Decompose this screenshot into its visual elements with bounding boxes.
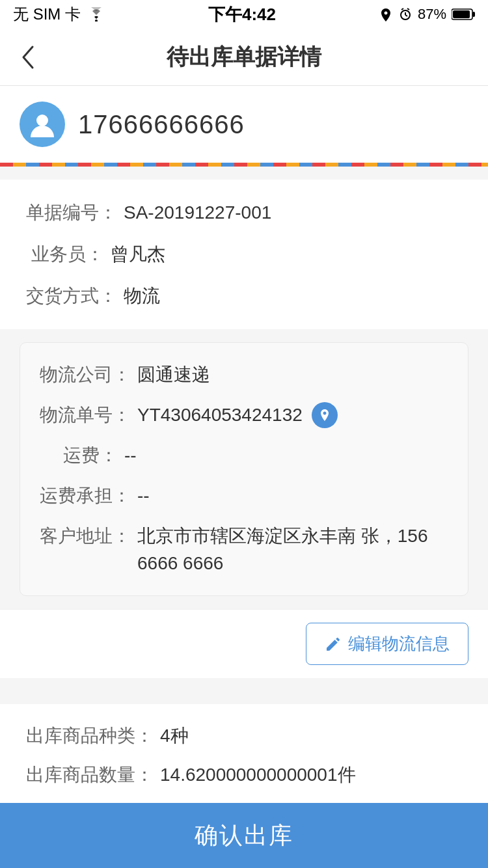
doc-no-value: SA-20191227-001 [124, 199, 462, 226]
status-bar: 无 SIM 卡 下午4:42 87% [0, 0, 488, 29]
section-divider [0, 678, 488, 691]
user-header: 17666666666 [0, 86, 488, 163]
tracking-row: 物流单号： YT43064053424132 [40, 401, 448, 429]
freight-label: 运费： [40, 442, 118, 469]
edit-logistics-button[interactable]: 编辑物流信息 [306, 623, 468, 665]
doc-no-row: 单据编号： SA-20191227-001 [26, 199, 462, 226]
location-icon [379, 7, 393, 21]
nav-bar: 待出库单据详情 [0, 29, 488, 86]
address-label: 客户地址： [40, 522, 131, 550]
page-title: 待出库单据详情 [167, 42, 321, 72]
salesman-label: 业务员： [26, 241, 104, 268]
status-left: 无 SIM 卡 [13, 4, 105, 25]
status-time: 下午4:42 [208, 3, 276, 26]
address-row: 客户地址： 北京市市辖区海淀区永丰南 张，156 6666 6666 [40, 522, 448, 577]
goods-type-label: 出库商品种类： [26, 724, 154, 748]
salesman-row: 业务员： 曾凡杰 [26, 241, 462, 268]
goods-type-value: 4种 [160, 724, 189, 748]
dashed-divider [0, 163, 488, 167]
confirm-outbound-button[interactable]: 确认出库 [0, 803, 488, 868]
goods-qty-value: 14.620000000000001件 [160, 763, 356, 787]
logistics-card: 物流公司： 圆通速递 物流单号： YT43064053424132 运费： --… [20, 342, 468, 596]
edit-btn-label: 编辑物流信息 [348, 632, 450, 655]
svg-line-3 [405, 15, 407, 16]
freight-value: -- [124, 442, 448, 469]
freight-bear-value: -- [137, 482, 448, 509]
goods-section: 出库商品种类： 4种 出库商品数量： 14.620000000000001件 [0, 704, 488, 807]
avatar [20, 102, 65, 147]
delivery-row: 交货方式： 物流 [26, 282, 462, 310]
goods-qty-row: 出库商品数量： 14.620000000000001件 [26, 763, 462, 787]
edit-btn-wrapper: 编辑物流信息 [0, 609, 488, 678]
salesman-value: 曾凡杰 [111, 241, 462, 268]
tracking-location-button[interactable] [312, 402, 338, 428]
goods-qty-label: 出库商品数量： [26, 763, 154, 787]
battery-label: 87% [418, 6, 446, 23]
tracking-label: 物流单号： [40, 401, 131, 429]
company-value: 圆通速递 [137, 361, 448, 388]
status-right: 87% [379, 6, 475, 23]
freight-bear-label: 运费承担： [40, 482, 131, 509]
svg-point-9 [36, 115, 48, 126]
battery-icon [452, 8, 475, 21]
svg-rect-7 [472, 12, 475, 17]
freight-bear-row: 运费承担： -- [40, 482, 448, 509]
delivery-value: 物流 [124, 282, 462, 310]
company-row: 物流公司： 圆通速递 [40, 361, 448, 388]
tracking-value: YT43064053424132 [137, 401, 448, 429]
order-info-section: 单据编号： SA-20191227-001 业务员： 曾凡杰 交货方式： 物流 [0, 180, 488, 329]
freight-row: 运费： -- [40, 442, 448, 469]
svg-rect-8 [453, 10, 470, 18]
alarm-icon [398, 7, 413, 21]
confirm-btn-label: 确认出库 [195, 820, 293, 852]
address-value: 北京市市辖区海淀区永丰南 张，156 6666 6666 [137, 522, 448, 577]
svg-line-4 [401, 8, 403, 10]
user-phone: 17666666666 [78, 110, 245, 139]
doc-no-label: 单据编号： [26, 199, 117, 226]
svg-point-0 [95, 20, 98, 21]
delivery-label: 交货方式： [26, 282, 117, 310]
back-button[interactable] [20, 44, 35, 70]
edit-icon [325, 636, 342, 653]
carrier-label: 无 SIM 卡 [13, 4, 81, 25]
wifi-icon [87, 7, 105, 21]
company-label: 物流公司： [40, 361, 131, 388]
goods-type-row: 出库商品种类： 4种 [26, 724, 462, 748]
svg-line-5 [407, 8, 409, 10]
